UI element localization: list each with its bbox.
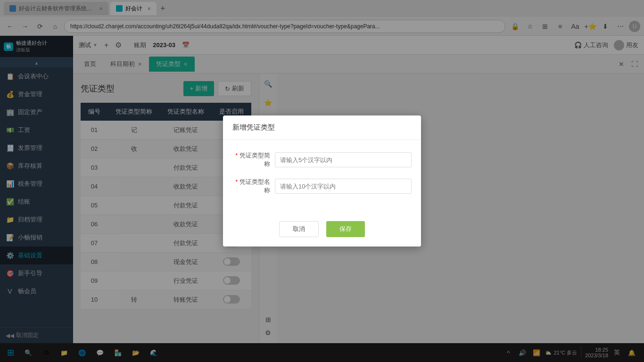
add-voucher-modal: 新增凭证类型 * 凭证类型简称 * 凭证类型名称 取消 保存 bbox=[223, 115, 421, 247]
modal-overlay: 新增凭证类型 * 凭证类型简称 * 凭证类型名称 取消 保存 bbox=[0, 0, 644, 362]
form-row-short: * 凭证类型简称 bbox=[232, 151, 412, 168]
modal-title: 新增凭证类型 bbox=[232, 123, 275, 132]
short-label-text: 凭证类型简称 bbox=[239, 152, 270, 167]
modal-footer: 取消 保存 bbox=[223, 215, 421, 247]
cancel-button[interactable]: 取消 bbox=[279, 221, 319, 237]
modal-body: * 凭证类型简称 * 凭证类型名称 bbox=[223, 140, 421, 215]
short-required-mark: * bbox=[235, 152, 238, 159]
name-label-text: 凭证类型名称 bbox=[239, 178, 270, 194]
short-input[interactable] bbox=[275, 152, 412, 167]
name-input[interactable] bbox=[275, 179, 412, 194]
save-button[interactable]: 保存 bbox=[326, 221, 365, 237]
name-required-mark: * bbox=[235, 178, 238, 185]
modal-header: 新增凭证类型 bbox=[223, 115, 421, 140]
name-label: * 凭证类型名称 bbox=[232, 178, 275, 195]
short-label: * 凭证类型简称 bbox=[232, 151, 275, 168]
form-row-name: * 凭证类型名称 bbox=[232, 178, 412, 195]
